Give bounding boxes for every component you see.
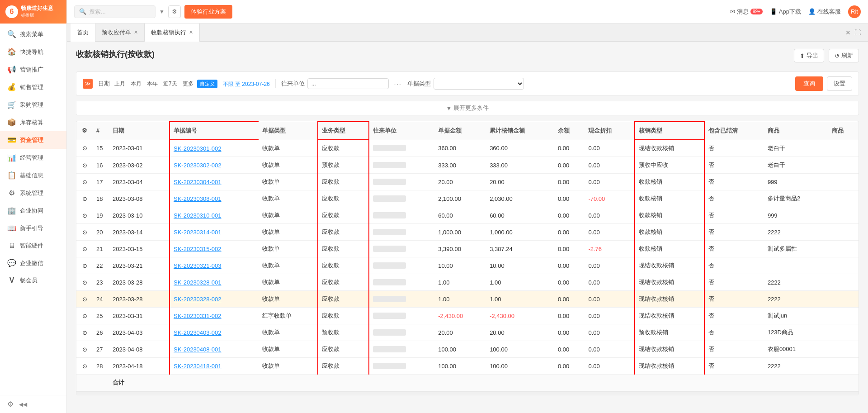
- voucher-type-select[interactable]: [434, 78, 524, 90]
- table-cell[interactable]: SK-20230304-001: [170, 174, 259, 190]
- top-search-box[interactable]: 🔍 搜索...: [74, 5, 156, 18]
- filter-settings-button[interactable]: 设置: [827, 76, 852, 91]
- refresh-button[interactable]: ↺ 刷新: [829, 49, 859, 62]
- expand-more-row[interactable]: ▼ 展开更多条件: [76, 101, 859, 115]
- table-cell[interactable]: SK-20230328-002: [170, 291, 259, 308]
- filter-expand-button[interactable]: ≫: [83, 79, 93, 89]
- sidebar-item-operations[interactable]: 📊 经营管理: [0, 149, 66, 166]
- sidebar-item-finance[interactable]: 💳 资金管理: [0, 131, 66, 149]
- col-hdr-goods[interactable]: 商品: [764, 122, 828, 140]
- table-cell: 2,100.00: [434, 190, 486, 207]
- tab-prepay[interactable]: 预收应付单 ✕: [95, 24, 145, 42]
- col-hdr-doc-no[interactable]: 单据编号: [170, 122, 259, 140]
- gear-button[interactable]: ⚙: [168, 5, 181, 18]
- sidebar-item-sales[interactable]: 💰 销售管理: [0, 78, 66, 96]
- tab-bar: 首页 预收应付单 ✕ 收款核销执行 ✕ ✕ ⛶: [67, 24, 868, 42]
- sidebar-item-quick-nav[interactable]: 🏠 快捷导航: [0, 43, 66, 61]
- col-hdr-settings[interactable]: ⚙: [76, 122, 93, 140]
- sidebar-item-marketing[interactable]: 📢 营销推广: [0, 61, 66, 78]
- partner-input[interactable]: [307, 78, 389, 89]
- tab-home[interactable]: 首页: [71, 24, 95, 42]
- table-cell: 0.00: [554, 207, 585, 224]
- col-hdr-cash-discount[interactable]: 现金折扣: [585, 122, 635, 140]
- table-cell[interactable]: ⊙: [76, 341, 93, 358]
- table-cell: 收款单: [259, 274, 318, 291]
- tab-close-all-icon[interactable]: ✕: [845, 29, 851, 36]
- col-hdr-date[interactable]: 日期: [109, 122, 170, 140]
- table-cell[interactable]: ⊙: [76, 257, 93, 274]
- tab-fullscreen-icon[interactable]: ⛶: [854, 29, 861, 36]
- sidebar-item-inventory[interactable]: 📦 库存核算: [0, 114, 66, 131]
- table-cell[interactable]: ⊙: [76, 324, 93, 341]
- table-cell[interactable]: SK-20230408-001: [170, 341, 259, 358]
- tab-prepay-close-icon[interactable]: ✕: [134, 29, 138, 35]
- table-cell: [828, 224, 859, 241]
- col-hdr-partner[interactable]: 往来单位: [369, 122, 435, 140]
- table-cell[interactable]: ⊙: [76, 291, 93, 308]
- date-this-year[interactable]: 本年: [145, 79, 160, 89]
- sidebar-item-hardware[interactable]: 🖥 智能硬件: [0, 237, 66, 254]
- date-custom-button[interactable]: 自定义: [197, 80, 217, 88]
- sidebar-item-purchase[interactable]: 🛒 采购管理: [0, 96, 66, 114]
- sidebar-collapse-icon[interactable]: ◀◀: [19, 401, 27, 408]
- sidebar-item-enterprise[interactable]: 🏢 企业协同: [0, 202, 66, 219]
- table-cell[interactable]: ⊙: [76, 174, 93, 190]
- sidebar-item-search-menu[interactable]: 🔍 搜索菜单: [0, 25, 66, 43]
- sidebar-item-member[interactable]: V 畅会员: [0, 272, 66, 289]
- col-hdr-goods2[interactable]: 商品: [828, 122, 859, 140]
- col-hdr-writeoff-type[interactable]: 核销类型: [635, 122, 704, 140]
- sidebar-item-system[interactable]: ⚙ 系统管理: [0, 184, 66, 202]
- table-cell[interactable]: SK-20230403-002: [170, 324, 259, 341]
- app-download-btn[interactable]: 📱 App下载: [770, 8, 801, 16]
- table-cell[interactable]: SK-20230315-002: [170, 241, 259, 257]
- table-cell[interactable]: ⊙: [76, 207, 93, 224]
- export-button[interactable]: ⬆ 导出: [794, 49, 824, 62]
- table-cell[interactable]: ⊙: [76, 140, 93, 157]
- table-cell[interactable]: ⊙: [76, 190, 93, 207]
- dropdown-arrow-icon[interactable]: ▼: [159, 9, 165, 15]
- table-cell[interactable]: SK-20230418-001: [170, 358, 259, 375]
- table-cell[interactable]: SK-20230321-003: [170, 257, 259, 274]
- date-this-month[interactable]: 本月: [129, 79, 143, 89]
- industry-btn[interactable]: 体验行业方案: [184, 5, 232, 19]
- table-cell[interactable]: SK-20230308-001: [170, 190, 259, 207]
- table-cell[interactable]: SK-20230331-002: [170, 308, 259, 324]
- table-cell: 0.00: [585, 224, 635, 241]
- col-hdr-balance[interactable]: 余额: [554, 122, 585, 140]
- date-last-7days[interactable]: 近7天: [161, 79, 179, 89]
- table-cell[interactable]: SK-20230301-002: [170, 140, 259, 157]
- voucher-type-filter-group: 单据类型: [407, 78, 524, 90]
- table-cell[interactable]: ⊙: [76, 274, 93, 291]
- table-cell[interactable]: ⊙: [76, 224, 93, 241]
- col-hdr-writeoff-amount[interactable]: 累计核销金额: [486, 122, 554, 140]
- tab-collection-close-icon[interactable]: ✕: [189, 29, 193, 35]
- table-cell[interactable]: SK-20230310-001: [170, 207, 259, 224]
- page-content: 收款核销执行(按收款) ⬆ 导出 ↺ 刷新 ≫ 日期 上月 本月 本: [67, 42, 868, 413]
- sidebar-item-basic[interactable]: 📋 基础信息: [0, 166, 66, 184]
- table-cell[interactable]: SK-20230314-001: [170, 224, 259, 241]
- col-hdr-doc-type[interactable]: 单据类型: [259, 122, 318, 140]
- top-bar-left: 🔍 搜索... ▼ ⚙ 体验行业方案: [74, 5, 725, 19]
- table-cell[interactable]: SK-20230302-002: [170, 157, 259, 174]
- sidebar-item-wechat[interactable]: 💬 企业微信: [0, 254, 66, 272]
- table-cell[interactable]: SK-20230328-001: [170, 274, 259, 291]
- col-hdr-biz-type[interactable]: 业务类型: [318, 122, 368, 140]
- message-btn[interactable]: ✉ 消息 99+: [730, 8, 763, 16]
- table-cell[interactable]: ⊙: [76, 358, 93, 375]
- table-cell[interactable]: ⊙: [76, 241, 93, 257]
- query-button[interactable]: 查询: [795, 76, 823, 91]
- user-avatar[interactable]: Rit: [848, 5, 861, 18]
- date-more[interactable]: 更多: [181, 79, 195, 89]
- date-last-month[interactable]: 上月: [113, 79, 127, 89]
- tab-collection[interactable]: 收款核销执行 ✕: [145, 24, 200, 42]
- table-cell: 60.00: [434, 207, 486, 224]
- table-cell[interactable]: ⊙: [76, 157, 93, 174]
- sidebar-item-guide[interactable]: 📖 新手引导: [0, 219, 66, 237]
- total-label-cell: [76, 375, 109, 391]
- online-service-btn[interactable]: 👤 在线客服: [808, 8, 841, 16]
- table-scrollbar[interactable]: [76, 391, 859, 395]
- table-cell[interactable]: ⊙: [76, 308, 93, 324]
- col-hdr-amount[interactable]: 单据金额: [434, 122, 486, 140]
- col-hdr-include-settled[interactable]: 包含已结清: [704, 122, 764, 140]
- sidebar-settings-icon[interactable]: ⚙: [7, 400, 14, 408]
